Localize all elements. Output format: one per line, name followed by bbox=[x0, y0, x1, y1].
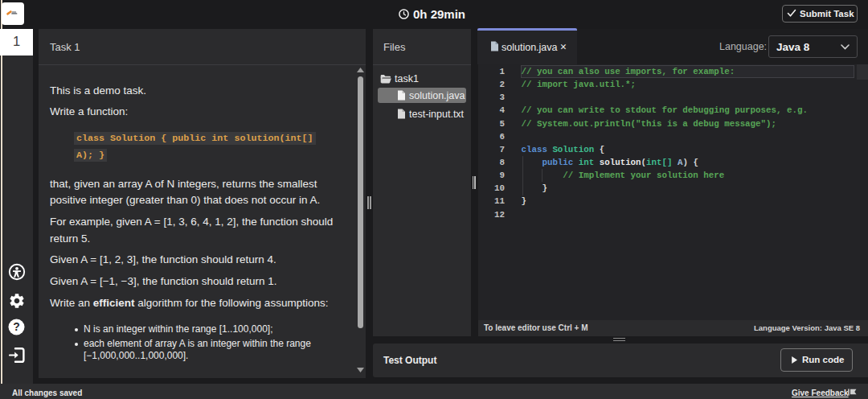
svg-text:?: ? bbox=[13, 320, 20, 333]
